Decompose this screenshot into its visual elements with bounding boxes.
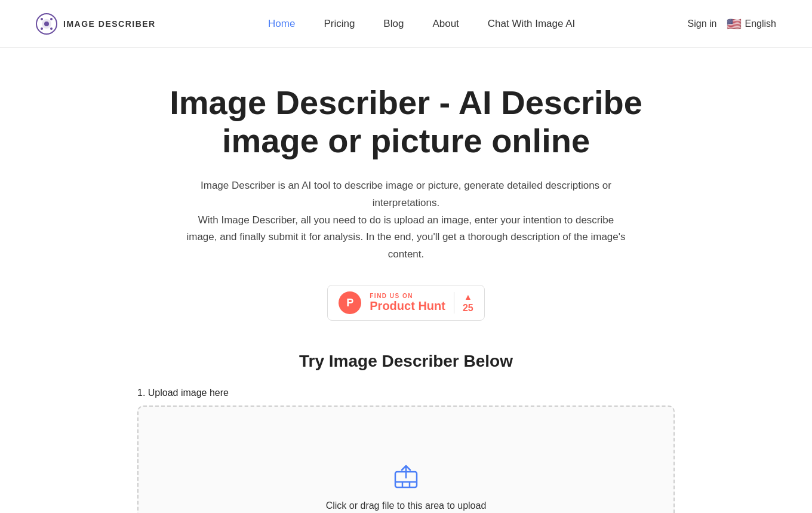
hero-title: Image Describer - AI Describe image or p…	[137, 84, 675, 161]
upload-label: 1. Upload image here	[137, 388, 675, 398]
upload-area[interactable]: Click or drag file to this area to uploa…	[137, 406, 675, 513]
product-hunt-name: Product Hunt	[370, 299, 445, 313]
hero-subtitle-line2: With Image Describer, all you need to do…	[186, 214, 625, 260]
product-hunt-logo: P	[339, 291, 361, 314]
upload-click-text: Click or drag file to this area to uploa…	[326, 500, 487, 511]
svg-point-2	[44, 21, 49, 26]
nav-about[interactable]: About	[432, 18, 459, 30]
language-label: English	[745, 19, 776, 29]
product-hunt-text: FIND US ON Product Hunt	[370, 293, 445, 313]
upvote-count: 25	[463, 303, 473, 314]
logo-text: IMAGE DESCRIBER	[63, 19, 156, 29]
sign-in-button[interactable]: Sign in	[688, 19, 717, 29]
nav-home[interactable]: Home	[268, 18, 295, 30]
upvote-arrow-icon: ▲	[464, 292, 472, 302]
language-button[interactable]: 🇺🇸 English	[727, 17, 776, 31]
product-hunt-upvote: ▲ 25	[454, 292, 473, 314]
upload-icon	[390, 461, 422, 492]
upload-section: 1. Upload image here Click or drag file …	[137, 388, 675, 513]
header-right: Sign in 🇺🇸 English	[688, 17, 776, 31]
logo[interactable]: IMAGE DESCRIBER	[36, 13, 156, 35]
find-us-label: FIND US ON	[370, 293, 445, 299]
svg-point-4	[50, 18, 53, 20]
try-section-title: Try Image Describer Below	[299, 352, 513, 371]
main-nav: Home Pricing Blog About Chat With Image …	[268, 18, 575, 30]
svg-point-3	[41, 18, 43, 20]
flag-icon: 🇺🇸	[727, 17, 742, 31]
hero-subtitle: Image Describer is an AI tool to describ…	[185, 177, 627, 263]
hero-subtitle-line1: Image Describer is an AI tool to describ…	[201, 180, 611, 208]
nav-chat[interactable]: Chat With Image AI	[488, 18, 575, 30]
svg-point-6	[50, 27, 53, 30]
header: IMAGE DESCRIBER Home Pricing Blog About …	[0, 0, 812, 48]
svg-point-5	[41, 27, 43, 30]
logo-icon	[36, 13, 57, 35]
nav-blog[interactable]: Blog	[383, 18, 404, 30]
nav-pricing[interactable]: Pricing	[324, 18, 355, 30]
main-content: Image Describer - AI Describe image or p…	[0, 48, 812, 513]
product-hunt-badge[interactable]: P FIND US ON Product Hunt ▲ 25	[327, 285, 484, 321]
